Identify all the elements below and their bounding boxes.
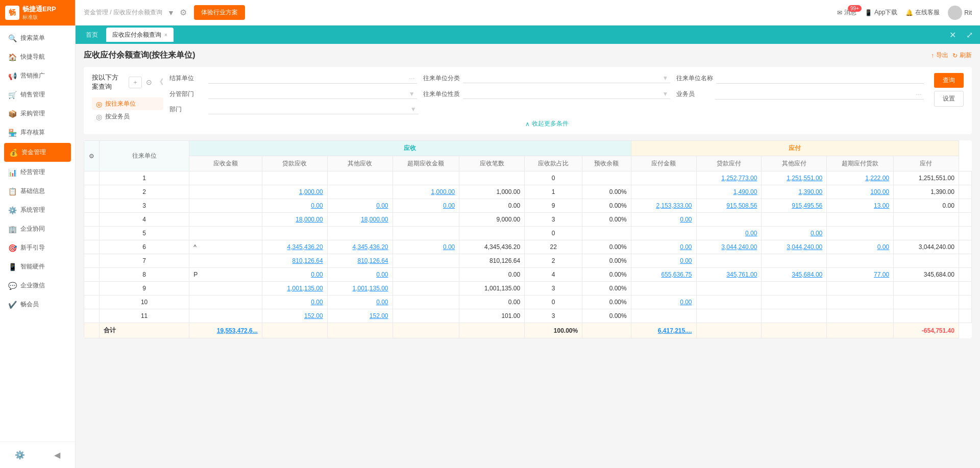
row-ap-other[interactable]: 0.00 (827, 240, 894, 254)
row-ar-amount[interactable]: 1,001,135.00 (262, 282, 327, 295)
user-menu-btn[interactable]: Rit (948, 6, 972, 20)
row-ar-prepaid[interactable] (631, 185, 696, 199)
row-ap-loan[interactable]: 0.00 (762, 227, 827, 240)
row-ar-other[interactable] (393, 254, 459, 268)
row-ar-loan[interactable] (327, 227, 393, 240)
row-ap-other[interactable]: 1,222.00 (827, 171, 894, 185)
row-ap-loan[interactable]: 3,044,240.00 (762, 240, 827, 254)
row-ap-other[interactable] (827, 295, 894, 309)
query-button[interactable]: 查询 (934, 73, 964, 88)
row-ap-loan[interactable] (762, 295, 827, 309)
filter-option-by-staff[interactable]: ◎ 按业务员 (92, 110, 163, 123)
app-download-btn[interactable]: 📱 App下载 (865, 8, 897, 17)
sidebar-item-operations[interactable]: 📊 经营管理 (0, 163, 75, 182)
tab-home[interactable]: 首页 (80, 28, 104, 42)
sidebar-item-inventory[interactable]: 🏪 库存核算 (0, 123, 75, 142)
row-ar-loan[interactable]: 152.00 (327, 309, 393, 323)
row-ar-loan[interactable]: 0.00 (327, 199, 393, 213)
notification-btn[interactable]: ✉ 消息 99+ (837, 8, 856, 17)
row-ar-other[interactable] (393, 309, 459, 323)
row-ar-other[interactable] (393, 227, 459, 240)
tabbar-expand-btn[interactable]: ⤢ (963, 29, 976, 41)
row-ap-loan[interactable] (762, 282, 827, 295)
sidebar-item-wechat[interactable]: 💬 企业微信 (0, 276, 75, 295)
filter-add-btn[interactable]: ＋ (129, 77, 142, 88)
row-ap-other[interactable] (827, 227, 894, 240)
tab-ar-ap[interactable]: 应收应付余额查询 × (106, 28, 174, 42)
sidebar-item-smart-hardware[interactable]: 📱 智能硬件 (0, 257, 75, 276)
row-ar-amount[interactable]: 18,000.00 (262, 213, 327, 227)
row-ar-other[interactable] (393, 282, 459, 295)
row-ar-amount[interactable]: 1,000.00 (262, 185, 327, 199)
row-ar-prepaid[interactable]: 655,636.75 (631, 268, 696, 282)
row-ar-loan[interactable]: 4,345,436.20 (327, 240, 393, 254)
filter-collapse-icon[interactable]: 《 (156, 78, 163, 87)
row-ar-amount[interactable] (262, 227, 327, 240)
row-ar-loan[interactable]: 18,000.00 (327, 213, 393, 227)
sidebar-item-finance[interactable]: 💰 资金管理 (4, 143, 71, 162)
row-ar-amount[interactable]: 4,345,436.20 (262, 240, 327, 254)
tab-close-btn[interactable]: × (164, 32, 167, 38)
row-ap-amount[interactable]: 345,761.00 (696, 268, 762, 282)
row-ar-other[interactable]: 0.00 (393, 199, 459, 213)
row-ap-other[interactable]: 100.00 (827, 185, 894, 199)
settings-col-header[interactable]: ⚙ (84, 141, 100, 171)
refresh-button[interactable]: ↻ 刷新 (952, 51, 972, 60)
salesperson-dots[interactable]: ··· (916, 90, 922, 98)
row-ar-other[interactable] (393, 295, 459, 309)
sidebar-item-purchase[interactable]: 📦 采购管理 (0, 104, 75, 123)
row-ar-amount[interactable]: 0.00 (262, 199, 327, 213)
sidebar-item-guide[interactable]: 🎯 新手引导 (0, 238, 75, 257)
row-ar-prepaid[interactable]: 0.00 (631, 295, 696, 309)
row-ar-loan[interactable]: 1,001,135.00 (327, 282, 393, 295)
row-ap-loan[interactable]: 1,251,551.00 (762, 171, 827, 185)
row-ap-amount[interactable] (696, 309, 762, 323)
row-ap-amount[interactable] (696, 254, 762, 268)
sidebar-item-vip[interactable]: ✔️ 畅会员 (0, 295, 75, 314)
row-ar-prepaid[interactable] (631, 171, 696, 185)
row-ar-other[interactable] (393, 268, 459, 282)
row-ap-loan[interactable] (762, 213, 827, 227)
row-ar-amount[interactable]: 152.00 (262, 309, 327, 323)
footer-ap-total[interactable]: 6,417,215.... (631, 323, 696, 338)
row-ar-prepaid[interactable] (631, 309, 696, 323)
row-ap-amount[interactable] (696, 295, 762, 309)
row-ap-amount[interactable]: 1,490.00 (696, 185, 762, 199)
row-ap-other[interactable]: 13.00 (827, 199, 894, 213)
row-ar-loan[interactable]: 0.00 (327, 295, 393, 309)
topbar-dropdown-btn[interactable]: ▼ (167, 9, 175, 17)
sidebar-item-search-menu[interactable]: 🔍 搜索菜单 (0, 29, 75, 47)
row-ar-amount[interactable]: 0.00 (262, 268, 327, 282)
row-ap-amount[interactable]: 1,252,773.00 (696, 171, 762, 185)
row-ar-prepaid[interactable] (631, 227, 696, 240)
sidebar-item-quick-nav[interactable]: 🏠 快捷导航 (0, 47, 75, 66)
row-ap-loan[interactable]: 915,495.56 (762, 199, 827, 213)
row-ap-loan[interactable]: 1,390.00 (762, 185, 827, 199)
row-ar-loan[interactable]: 810,126.64 (327, 254, 393, 268)
row-ar-prepaid[interactable]: 0.00 (631, 240, 696, 254)
row-ap-amount[interactable] (696, 213, 762, 227)
row-ap-other[interactable] (827, 282, 894, 295)
row-ar-loan[interactable] (327, 171, 393, 185)
row-ap-loan[interactable] (762, 309, 827, 323)
export-button[interactable]: ↑ 导出 (931, 51, 948, 60)
sidebar-item-enterprise[interactable]: 🏢 企业协同 (0, 219, 75, 238)
row-ar-prepaid[interactable]: 2,153,333.00 (631, 199, 696, 213)
setting-button[interactable]: 设置 (934, 91, 964, 107)
sidebar-item-marketing[interactable]: 📢 营销推广 (0, 66, 75, 85)
row-ar-loan[interactable]: 0.00 (327, 268, 393, 282)
row-ap-amount[interactable]: 915,508.56 (696, 199, 762, 213)
collapse-btn[interactable]: ∧ 收起更多条件 (525, 119, 569, 128)
footer-ar-total[interactable]: 19,553,472,6... (189, 323, 262, 338)
row-ap-other[interactable] (827, 213, 894, 227)
row-ar-other[interactable]: 1,000.00 (393, 185, 459, 199)
row-ar-other[interactable] (393, 171, 459, 185)
row-ar-amount[interactable]: 0.00 (262, 295, 327, 309)
online-service-btn[interactable]: 🔔 在线客服 (905, 8, 940, 17)
row-ar-amount[interactable]: 810,126.64 (262, 254, 327, 268)
row-ar-prepaid[interactable] (631, 282, 696, 295)
partner-name-input[interactable] (716, 73, 924, 84)
row-ar-other[interactable]: 0.00 (393, 240, 459, 254)
row-ar-amount[interactable] (262, 171, 327, 185)
tabbar-close-btn[interactable]: ✕ (946, 29, 959, 41)
